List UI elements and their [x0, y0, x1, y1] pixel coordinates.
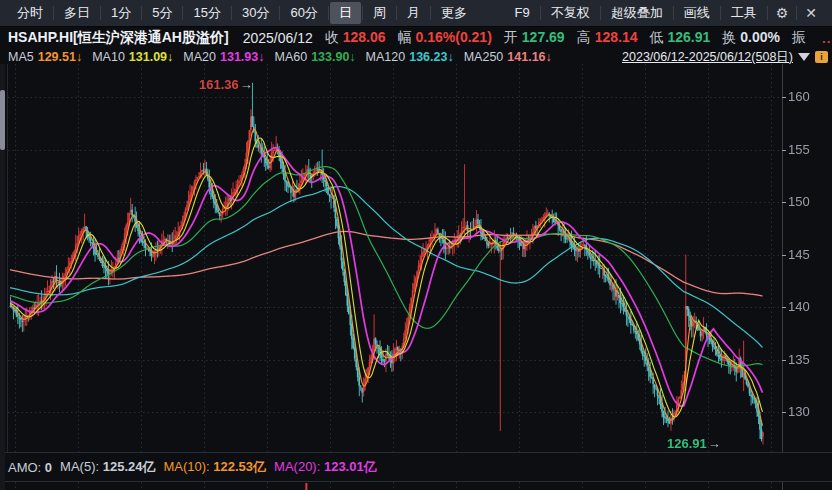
toolbar-button-画线[interactable]: 画线 [675, 2, 719, 24]
separator [328, 6, 329, 20]
period-tab-5分[interactable]: 5分 [143, 2, 181, 24]
quote-date: 2025/06/12 [243, 30, 313, 46]
amo-label: MA(10): [163, 459, 213, 474]
quote-field-value: 127.69 [522, 29, 565, 45]
ma-header-MA5: MA5129.51↓ [8, 50, 82, 64]
amo-value: 125.24亿 [103, 459, 156, 474]
period-tab-1分[interactable]: 1分 [102, 2, 140, 24]
stock-chart-window: 分时多日1分5分15分30分60分日周月更多 F9不复权超级叠加画线工具⚙✕ H… [0, 0, 832, 490]
ma-values: MA5129.51↓MA10131.09↓MA20131.93↓MA60133.… [8, 50, 562, 64]
date-range-selector[interactable]: 2023/06/12-2025/06/12(508日) [622, 49, 793, 66]
toolbar-button-F9[interactable]: F9 [506, 2, 539, 24]
toolbar-button-超级叠加[interactable]: 超级叠加 [602, 2, 672, 24]
truncation-dots: ... [822, 31, 832, 46]
quote-field-label: 收 [325, 29, 339, 45]
period-tab-周[interactable]: 周 [364, 2, 395, 24]
quote-field-value: 128.14 [595, 29, 638, 45]
symbol-title: HSAHP.HI[恒生沪深港通AH股溢价] [8, 29, 229, 47]
amo-value: 122.53亿 [213, 459, 266, 474]
quote-field-value: 0.16%(0.21) [416, 29, 492, 45]
ma-value: 131.93↓ [220, 50, 264, 64]
separator [362, 6, 363, 20]
ma-header-MA120: MA120136.23↓ [366, 50, 454, 64]
quote-field-value: 126.91 [667, 29, 710, 45]
orange-badge-icon[interactable]: i [815, 51, 828, 63]
amo-MA10: MA(10): 122.53亿 [163, 458, 266, 476]
period-tab-15分[interactable]: 15分 [184, 2, 229, 24]
separator [540, 6, 541, 20]
arrow-right-icon: → [708, 436, 721, 451]
ma-header-MA60: MA60133.90↓ [274, 50, 355, 64]
ma-header-MA20: MA20131.93↓ [183, 50, 264, 64]
period-tab-60分[interactable]: 60分 [281, 2, 326, 24]
price-chart-canvas[interactable] [0, 64, 832, 490]
arrow-right-icon: → [240, 77, 253, 92]
ma-label: MA60 [274, 50, 307, 64]
chevron-down-icon[interactable] [798, 53, 810, 61]
gear-icon[interactable]: ⚙ [769, 5, 796, 21]
separator [720, 6, 721, 20]
separator [100, 6, 101, 20]
amo-value: 123.01亿 [324, 459, 377, 474]
amo-AMO: AMO: 0 [8, 460, 52, 475]
separator [141, 6, 142, 20]
ma-label: MA250 [464, 50, 504, 64]
separator [182, 6, 183, 20]
ma-value: 133.90↓ [311, 50, 355, 64]
quote-field-label: 换 [722, 29, 736, 45]
quote-fields: 收128.06幅0.16%(0.21)开127.69高128.14低126.91… [325, 29, 822, 47]
toolbar-button-不复权[interactable]: 不复权 [542, 2, 599, 24]
separator [673, 6, 674, 20]
quote-row: HSAHP.HI[恒生沪深港通AH股溢价] 2025/06/12 收128.06… [0, 27, 832, 49]
toolbar-button-工具[interactable]: 工具 [722, 2, 766, 24]
left-scrollbar-thumb[interactable] [0, 90, 5, 150]
ma-value: 136.23↓ [409, 50, 453, 64]
quote-field-value: 128.06 [343, 29, 386, 45]
ma-label: MA5 [8, 50, 34, 64]
amo-label: MA(5): [60, 459, 103, 474]
amo-MA5: MA(5): 125.24亿 [60, 458, 155, 476]
separator [53, 6, 54, 20]
quote-field-label: 低 [649, 29, 663, 45]
left-scrollbar-track[interactable] [0, 64, 5, 490]
amo-label: AMO: [8, 460, 45, 475]
toolbar-right: F9不复权超级叠加画线工具⚙✕ [506, 0, 832, 26]
period-tab-分时[interactable]: 分时 [8, 2, 52, 24]
ma-label: MA10 [92, 50, 125, 64]
quote-field-开: 开127.69 [504, 29, 565, 47]
high-point-label: 161.36→ [199, 77, 253, 92]
toolbar: 分时多日1分5分15分30分60分日周月更多 F9不复权超级叠加画线工具⚙✕ [0, 0, 832, 27]
quote-field-幅: 幅0.16%(0.21) [398, 29, 492, 47]
ma-header-MA250: MA250141.16↓ [464, 50, 552, 64]
quote-field-label: 开 [504, 29, 518, 45]
separator [796, 6, 797, 20]
quote-field-收: 收128.06 [325, 29, 386, 47]
quote-field-label: 振 [792, 29, 806, 45]
period-tab-日[interactable]: 日 [330, 2, 361, 24]
period-tabs: 分时多日1分5分15分30分60分日周月更多 [0, 0, 476, 26]
quote-field-label: 高 [577, 29, 591, 45]
quote-field-label: 幅 [398, 29, 412, 45]
close-icon[interactable]: ✕ [798, 5, 824, 21]
ma-value: 129.51↓ [38, 50, 82, 64]
separator [396, 6, 397, 20]
ma-value: 141.16↓ [507, 50, 551, 64]
amo-MA20: MA(20): 123.01亿 [274, 458, 377, 476]
ma-label: MA20 [183, 50, 216, 64]
date-range-wrap: 2023/06/12-2025/06/12(508日) i [622, 49, 832, 66]
amo-value: 0 [45, 460, 52, 475]
low-point-label: 126.91→ [667, 436, 721, 451]
period-tab-30分[interactable]: 30分 [233, 2, 278, 24]
period-tab-更多[interactable]: 更多 [432, 2, 476, 24]
separator [430, 6, 431, 20]
period-tab-多日[interactable]: 多日 [55, 2, 99, 24]
quote-field-低: 低126.91 [649, 29, 710, 47]
ma-label: MA120 [366, 50, 406, 64]
amo-label: MA(20): [274, 459, 324, 474]
amo-indicator-row: AMO: 0MA(5): 125.24亿MA(10): 122.53亿MA(20… [0, 452, 832, 481]
ma-header-MA10: MA10131.09↓ [92, 50, 173, 64]
quote-field-高: 高128.14 [577, 29, 638, 47]
quote-field-value: 0.00% [740, 29, 780, 45]
period-tab-月[interactable]: 月 [398, 2, 429, 24]
quote-field-换: 换0.00% [722, 29, 780, 47]
